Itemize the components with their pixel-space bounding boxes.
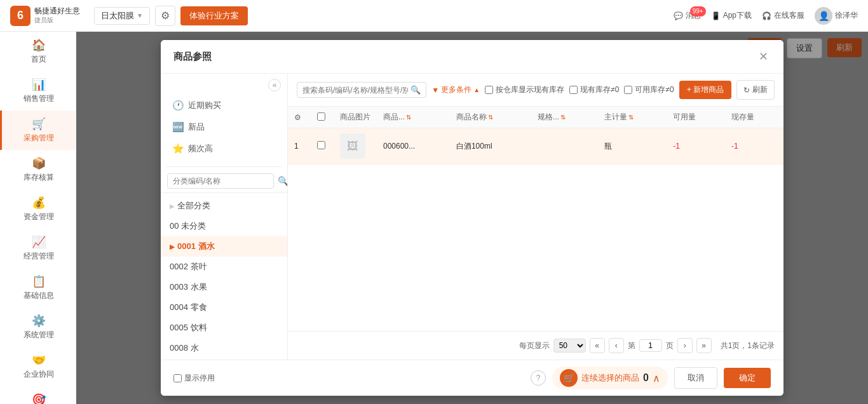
system-icon: ⚙️	[32, 314, 46, 328]
collapse-panel-button[interactable]: «	[268, 79, 281, 91]
table-header-row: ⚙ 商品图片 商品...⇅	[288, 107, 783, 128]
category-item-0005[interactable]: 0005 饮料	[161, 318, 287, 338]
new-products-tab[interactable]: 🆕 新品	[166, 117, 282, 137]
logo-sub: 捷员版	[34, 16, 80, 25]
th-stock: 现存量	[725, 107, 783, 128]
sidebar-label-inventory: 库存核算	[24, 172, 54, 183]
sidebar-item-business[interactable]: 📈 经营管理	[0, 229, 76, 268]
checkbox-warehouse-input[interactable]	[485, 86, 493, 94]
nav-dropdown[interactable]: 日太阳膜 ▼	[94, 7, 150, 25]
category-item-0004[interactable]: 0004 零食	[161, 297, 287, 318]
collapse-cart-button[interactable]: ∧	[653, 372, 660, 384]
add-product-button[interactable]: + 新增商品	[679, 81, 731, 99]
refresh-button[interactable]: ↻ 刷新	[736, 80, 775, 100]
category-item-0003[interactable]: 0003 水果	[161, 277, 287, 297]
filter-label: 更多条件	[441, 84, 471, 95]
category-search-icon[interactable]: 🔍	[278, 176, 288, 186]
prev-page-button[interactable]: ‹	[609, 338, 624, 353]
avatar: 👤	[815, 7, 832, 25]
page-number-input[interactable]	[639, 339, 662, 352]
modal-close-button[interactable]: ✕	[756, 49, 771, 64]
experience-button[interactable]: 体验行业方案	[180, 6, 248, 25]
logo-area: 6 畅捷通好生意 捷员版	[10, 6, 86, 26]
checkbox-existing-label: 现有库存≠0	[580, 84, 619, 95]
cell-stock: -1	[725, 128, 783, 165]
frequency-icon: ⭐	[172, 143, 184, 154]
cart-label: 连续选择的商品	[581, 372, 639, 384]
category-search-input[interactable]	[167, 173, 274, 189]
user-item[interactable]: 👤 徐泽华	[815, 7, 858, 25]
filter-more-button[interactable]: ▼ 更多条件 ▲	[431, 84, 480, 95]
nav-center: 日太阳膜 ▼ ⚙ 体验行业方案	[94, 6, 666, 26]
th-unit: 主计量⇅	[598, 107, 667, 128]
sidebar-item-inventory[interactable]: 📦 库存核算	[0, 150, 76, 189]
modal-header: 商品参照 ✕	[161, 40, 783, 74]
modal-left-tabs: « 🕐 近期购买 🆕 新品 ⭐	[161, 74, 287, 164]
business-icon: 📈	[32, 235, 46, 249]
high-frequency-tab[interactable]: ⭐ 频次高	[166, 138, 282, 159]
service-item[interactable]: 🎧 在线客服	[762, 10, 804, 21]
cell-name: 白酒100ml	[450, 128, 531, 165]
top-navigation: 6 畅捷通好生意 捷员版 日太阳膜 ▼ ⚙ 体验行业方案 💬 消息 99+ 📱 …	[0, 0, 868, 32]
th-product-code: 商品...⇅	[377, 107, 450, 128]
checkbox-warehouse-label: 按仓库显示现有库存	[496, 84, 564, 95]
show-disabled-input[interactable]	[173, 374, 182, 382]
recent-label: 近期购买	[188, 100, 221, 111]
checkbox-available[interactable]: 可用库存≠0	[624, 84, 674, 95]
product-search-input[interactable]	[302, 86, 408, 95]
checkbox-existing[interactable]: 现有库存≠0	[569, 84, 619, 95]
notice-item[interactable]: 💬 消息 99+	[674, 10, 701, 21]
row-checkbox[interactable]	[317, 141, 325, 149]
modal-title: 商品参照	[173, 51, 212, 63]
modal-body: « 🕐 近期购买 🆕 新品 ⭐	[161, 74, 783, 360]
category-item-0008[interactable]: 0008 水	[161, 338, 287, 358]
refresh-label: 刷新	[752, 84, 768, 95]
select-all-checkbox[interactable]	[317, 112, 325, 121]
last-page-button[interactable]: »	[696, 338, 712, 353]
per-page-select[interactable]: 50 100 200	[553, 339, 586, 353]
app-label: App下载	[723, 10, 752, 21]
sidebar-label-finance: 资金管理	[24, 212, 54, 222]
nav-right: 💬 消息 99+ 📱 App下载 🎧 在线客服 👤 徐泽华	[674, 7, 858, 25]
category-item-all[interactable]: ▶ 全部分类	[161, 196, 287, 216]
checkbox-warehouse[interactable]: 按仓库显示现有库存	[485, 84, 564, 95]
th-checkbox	[311, 107, 334, 128]
frequency-label: 频次高	[188, 143, 213, 154]
category-item-0001[interactable]: ▶ 0001 酒水	[161, 236, 287, 257]
cat-label-0001: 0001 酒水	[177, 241, 215, 252]
sidebar-label-sales: 销售管理	[24, 93, 54, 104]
basic-icon: 📋	[32, 274, 46, 288]
sidebar-label-business: 经营管理	[24, 251, 54, 262]
page-unit: 页	[666, 340, 674, 351]
first-page-button[interactable]: «	[590, 338, 605, 353]
app-download-item[interactable]: 📱 App下载	[711, 10, 752, 21]
sidebar-item-sales[interactable]: 📊 销售管理	[0, 71, 76, 111]
sidebar-item-purchase[interactable]: 🛒 采购管理	[0, 111, 76, 150]
cat-label-0004: 0004 零食	[170, 302, 207, 313]
category-item-00[interactable]: 00 未分类	[161, 216, 287, 236]
sidebar-item-finance[interactable]: 💰 资金管理	[0, 189, 76, 229]
checkbox-available-label: 可用库存≠0	[635, 84, 674, 95]
recent-purchase-tab[interactable]: 🕐 近期购买	[166, 95, 282, 116]
help-button[interactable]: ?	[531, 370, 546, 386]
sidebar-item-basic[interactable]: 📋 基础信息	[0, 268, 76, 307]
sidebar-item-guide[interactable]: 🎯 新手引导	[0, 386, 76, 404]
username: 徐泽华	[835, 10, 858, 21]
cancel-button[interactable]: 取消	[674, 367, 717, 389]
show-disabled-checkbox[interactable]: 显示停用	[173, 373, 215, 384]
checkbox-existing-input[interactable]	[569, 86, 578, 94]
next-page-button[interactable]: ›	[677, 338, 693, 353]
sidebar-item-collab[interactable]: 🤝 企业协同	[0, 347, 76, 386]
cell-index: 1	[288, 128, 311, 165]
sidebar-item-system[interactable]: ⚙️ 系统管理	[0, 307, 76, 347]
sidebar: 🏠 首页 📊 销售管理 🛒 采购管理 📦 库存核算 💰 资金管理 📈 经营管理 …	[0, 32, 76, 404]
product-image: 🖼	[340, 133, 365, 159]
sidebar-item-home[interactable]: 🏠 首页	[0, 32, 76, 71]
table-row[interactable]: 1 🖼 000600... 白酒100ml	[288, 128, 783, 165]
checkbox-available-input[interactable]	[624, 86, 632, 94]
confirm-button[interactable]: 确定	[724, 368, 771, 388]
settings-button[interactable]: ⚙	[155, 6, 175, 26]
filter-icon: ▼	[431, 86, 439, 95]
category-item-0002[interactable]: 0002 茶叶	[161, 257, 287, 277]
purchase-icon: 🛒	[32, 117, 46, 131]
